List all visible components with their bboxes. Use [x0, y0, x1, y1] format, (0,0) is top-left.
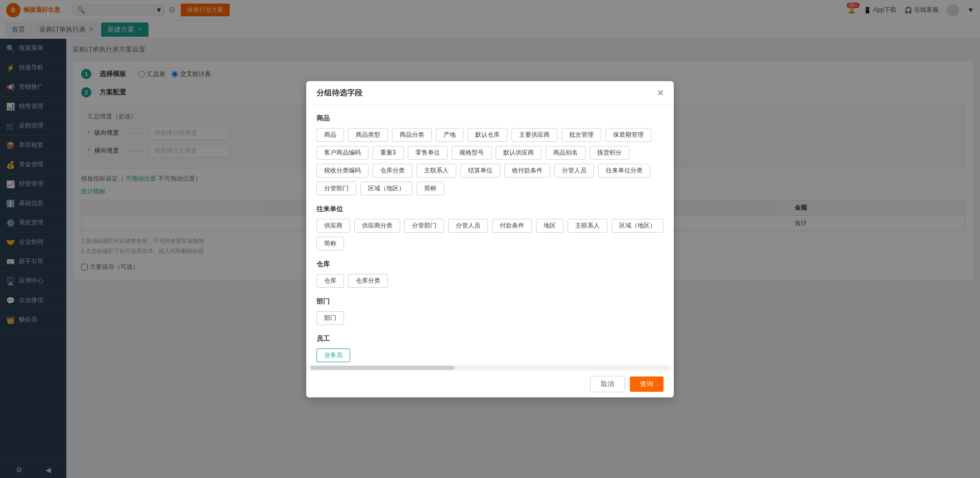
section-department-title: 部门: [316, 297, 664, 306]
section-goods-title: 商品: [316, 114, 664, 123]
hscroll-thumb: [310, 366, 454, 370]
modal-title: 分组待选字段: [316, 88, 362, 98]
field-tag-region-goods[interactable]: 区域（地区）: [360, 182, 412, 195]
section-warehouse-title: 仓库: [316, 260, 664, 269]
modal-body[interactable]: 商品 商品 商品类型 商品分类 产地 默认仓库 主要供应商 批次管理 保质期管理…: [306, 106, 674, 365]
section-partner-title: 往来单位: [316, 205, 664, 214]
field-tag-spec-model[interactable]: 规格型号: [452, 146, 492, 160]
field-tag-batch-management[interactable]: 批次管理: [561, 128, 601, 142]
field-tag-main-contact[interactable]: 主联系人: [416, 164, 456, 178]
field-tag-warehouse[interactable]: 仓库: [316, 274, 344, 288]
field-tag-main-supplier[interactable]: 主要供应商: [511, 128, 557, 142]
field-tag-pick-points[interactable]: 拣货积分: [590, 146, 629, 160]
field-tag-abbreviation-partner[interactable]: 简称: [316, 237, 344, 250]
field-tag-tax-code[interactable]: 税收分类编码: [316, 164, 369, 178]
section-partner: 往来单位 供应商 供应商分类 分管部门 分管人员 付款条件 地区 主联系人 区域…: [316, 205, 664, 250]
section-employee-title: 员工: [316, 334, 664, 343]
field-tag-region-partner[interactable]: 区域（地区）: [611, 219, 664, 233]
section-warehouse: 仓库 仓库 仓库分类: [316, 260, 664, 288]
field-tag-default-supplier[interactable]: 默认供应商: [496, 146, 542, 160]
field-tag-goods-type[interactable]: 商品类型: [348, 128, 388, 142]
field-tag-dept-supervisor[interactable]: 分管部门: [316, 182, 356, 195]
field-tag-default-warehouse[interactable]: 默认仓库: [468, 128, 507, 142]
field-tag-department[interactable]: 部门: [316, 311, 344, 325]
cancel-button[interactable]: 取消: [590, 376, 625, 392]
modal-close-icon[interactable]: ✕: [657, 88, 664, 98]
section-employee: 员工 业务员: [316, 334, 664, 362]
field-tag-shelf-life[interactable]: 保质期管理: [605, 128, 651, 142]
field-tag-payment-terms[interactable]: 收付款条件: [504, 164, 550, 178]
field-tag-settlement-unit[interactable]: 结算单位: [460, 164, 500, 178]
field-tag-warehouse-cat[interactable]: 仓库分类: [348, 274, 388, 288]
modal-hscroll[interactable]: [306, 365, 674, 370]
field-tag-dept-partner[interactable]: 分管部门: [404, 219, 444, 233]
field-tag-retail-unit[interactable]: 零售单位: [408, 146, 448, 160]
confirm-button[interactable]: 查询: [630, 376, 664, 392]
field-tag-customer-code[interactable]: 客户商品编码: [316, 146, 369, 160]
field-tag-warehouse-category[interactable]: 仓库分类: [373, 164, 412, 178]
field-tag-person-partner[interactable]: 分管人员: [448, 219, 488, 233]
field-tag-contact-partner[interactable]: 主联系人: [568, 219, 607, 233]
field-grid-partner: 供应商 供应商分类 分管部门 分管人员 付款条件 地区 主联系人 区域（地区） …: [316, 219, 664, 250]
field-tag-supplier-category[interactable]: 供应商分类: [354, 219, 400, 233]
field-tag-supplier[interactable]: 供应商: [316, 219, 350, 233]
modal-footer: 取消 查询: [306, 370, 674, 397]
section-department: 部门 部门: [316, 297, 664, 325]
field-tag-goods-category[interactable]: 商品分类: [392, 128, 432, 142]
field-select-modal: 分组待选字段 ✕ 商品 商品 商品类型 商品分类 产地 默认仓库 主要供应商 批…: [306, 81, 674, 397]
field-tag-goods[interactable]: 商品: [316, 128, 344, 142]
field-tag-origin[interactable]: 产地: [436, 128, 463, 142]
field-tag-area-partner[interactable]: 地区: [536, 219, 564, 233]
field-grid-employee: 业务员: [316, 348, 664, 362]
field-tag-sales-rep[interactable]: 业务员: [316, 348, 350, 362]
modal-header: 分组待选字段 ✕: [306, 81, 674, 106]
field-tag-weight3[interactable]: 重量3: [373, 146, 404, 160]
field-tag-goods-alias[interactable]: 商品别名: [546, 146, 585, 160]
field-tag-payment-condition[interactable]: 付款条件: [492, 219, 532, 233]
field-tag-supervisor[interactable]: 分管人员: [554, 164, 594, 178]
field-grid-department: 部门: [316, 311, 664, 325]
field-grid-goods: 商品 商品类型 商品分类 产地 默认仓库 主要供应商 批次管理 保质期管理 客户…: [316, 128, 664, 195]
field-tag-partner-category[interactable]: 往来单位分类: [598, 164, 650, 178]
field-grid-warehouse: 仓库 仓库分类: [316, 274, 664, 288]
section-goods: 商品 商品 商品类型 商品分类 产地 默认仓库 主要供应商 批次管理 保质期管理…: [316, 114, 664, 195]
hscroll-bar: [310, 366, 670, 370]
field-tag-abbreviation-goods[interactable]: 简称: [416, 182, 444, 195]
